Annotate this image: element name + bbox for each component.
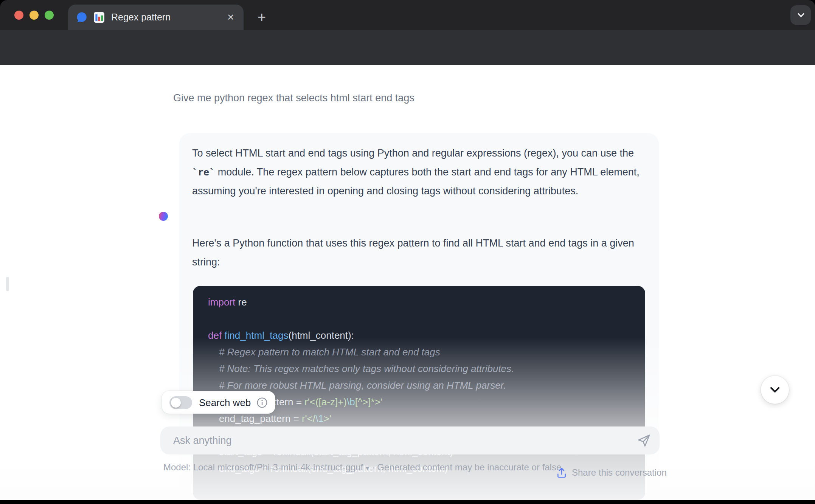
inline-code-re: `re` (192, 166, 215, 178)
ask-anything-input[interactable] (160, 426, 660, 454)
code-line: # Note: This regex matches only tags wit… (208, 361, 630, 377)
user-message: Give me python regex that selects html s… (173, 92, 414, 104)
code-line: def find_html_tags(html_content): (208, 327, 630, 344)
assistant-avatar (159, 212, 168, 221)
close-window-button[interactable] (14, 11, 23, 20)
info-icon[interactable] (256, 397, 267, 408)
code-line: import re (208, 294, 630, 311)
tab-search-button[interactable] (790, 5, 811, 25)
close-tab-icon[interactable]: ✕ (224, 11, 238, 24)
model-dropdown-caret[interactable]: ▾ (366, 464, 369, 472)
toggle-knob (171, 397, 181, 407)
disclaimer-text: Generated content may be inaccurate or f… (377, 462, 564, 473)
tab-strip: Regex pattern ✕ + (0, 0, 815, 30)
code-line: # Regex pattern to match HTML start and … (208, 344, 630, 361)
minimize-window-button[interactable] (29, 11, 39, 20)
tab-title: Regex pattern (111, 12, 221, 23)
zoom-window-button[interactable] (45, 11, 54, 20)
bar-chart-favicon (93, 11, 105, 23)
assistant-paragraph-1: To select HTML start and end tags using … (192, 144, 646, 200)
model-label[interactable]: Model: Local microsoft/Phi-3-mini-4k-ins… (163, 462, 363, 473)
traffic-lights (14, 11, 54, 20)
search-web-label: Search web (199, 397, 251, 408)
send-icon[interactable] (637, 433, 651, 448)
bottom-black-bar (0, 500, 815, 504)
model-disclaimer: Model: Local microsoft/Phi-3-mini-4k-ins… (163, 460, 570, 476)
browser-window: Regex pattern ✕ + localhost:5 (0, 0, 815, 504)
code-line (208, 311, 630, 327)
share-conversation-button[interactable]: Share this conversation (556, 467, 667, 479)
code-line: end_tag_pattern = r'</\1>' (208, 411, 630, 427)
chevron-down-icon (768, 383, 781, 396)
new-tab-button[interactable]: + (253, 9, 271, 27)
browser-toolbar: localhost:5173/conversation/665727c45da9… (0, 30, 815, 65)
share-label: Share this conversation (572, 467, 667, 478)
chevron-down-icon (796, 11, 805, 20)
search-web-toggle[interactable] (169, 396, 192, 409)
search-web-control: Search web (162, 391, 275, 414)
active-tab[interactable]: Regex pattern ✕ (68, 5, 244, 30)
left-scrollbar-handle[interactable] (6, 277, 9, 291)
assistant-p1-text-cont: module. The regex pattern below captures… (192, 166, 640, 197)
scroll-to-bottom-button[interactable] (761, 376, 789, 404)
chat-bubble-icon (76, 11, 88, 23)
assistant-p1-text: To select HTML start and end tags using … (192, 147, 634, 159)
assistant-paragraph-2: Here's a Python function that uses this … (192, 234, 646, 271)
chat-page: Give me python regex that selects html s… (0, 65, 815, 500)
footer-separator: · (372, 462, 375, 473)
share-upload-icon (556, 467, 567, 479)
